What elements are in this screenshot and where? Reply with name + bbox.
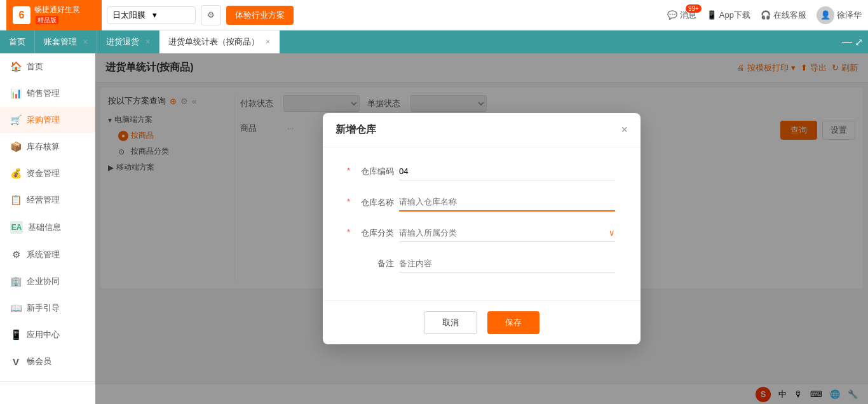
sidebar-label-system: 系统管理 — [27, 249, 60, 260]
settings-button[interactable]: ⚙ — [201, 5, 221, 25]
username: 徐泽华 — [837, 10, 862, 21]
app-label: App下载 — [719, 10, 750, 21]
sidebar-label-home: 首页 — [27, 61, 43, 72]
tab-home-label: 首页 — [9, 36, 25, 48]
tab-account-label: 账套管理 — [44, 36, 77, 48]
member-icon: V — [10, 356, 22, 367]
trial-button[interactable]: 体验行业方案 — [226, 6, 294, 25]
guide-icon: 📖 — [10, 302, 22, 314]
dialog-close-button[interactable]: × — [621, 123, 628, 137]
new-warehouse-dialog: 新增仓库 × 仓库编码 仓库名称 — [323, 113, 641, 344]
app-download-item[interactable]: 📱 App下载 — [707, 10, 750, 21]
sidebar-item-base[interactable]: EA 基础信息 — [0, 213, 95, 241]
home-icon: 🏠 — [10, 61, 22, 72]
dialog-footer: 取消 保存 — [323, 300, 641, 344]
note-input[interactable] — [399, 255, 615, 273]
purchase-icon: 🛒 — [10, 114, 22, 126]
message-badge: 99+ — [686, 4, 702, 13]
tab-purchase-stats-label: 进货单统计表（按商品） — [168, 36, 259, 48]
base-icon: EA — [10, 221, 23, 234]
code-input[interactable] — [399, 163, 615, 180]
sidebar-label-member: 畅会员 — [27, 356, 51, 367]
sidebar-item-system[interactable]: ⚙ 系统管理 — [0, 241, 95, 268]
category-select-row[interactable]: ∨ — [399, 224, 615, 242]
tab-account[interactable]: 账套管理 × — [35, 30, 97, 53]
content-area: 进货单统计(按商品) 🖨 按模板打印 ▾ ⬆ 导出 ↻ 刷新 — [95, 53, 868, 404]
avatar: 👤 — [817, 6, 834, 24]
category-chevron-icon: ∨ — [609, 228, 615, 238]
sidebar-item-inventory[interactable]: 📦 库存核算 — [0, 133, 95, 160]
sidebar-label-operations: 经营管理 — [27, 194, 60, 206]
message-item[interactable]: 💬 消息 99+ — [667, 10, 696, 21]
tab-account-close[interactable]: × — [83, 37, 88, 46]
service-label: 在线客服 — [773, 10, 806, 21]
name-label: 仓库名称 — [348, 197, 399, 208]
form-row-name: 仓库名称 — [348, 193, 615, 212]
dialog-header: 新增仓库 × — [323, 113, 641, 147]
tab-purchase-return-label: 进货退货 — [106, 36, 139, 48]
phone-icon: 📱 — [707, 10, 717, 20]
enterprise-icon: 🏢 — [10, 276, 22, 287]
operations-icon: 📋 — [10, 194, 22, 206]
sidebar: 🏠 首页 📊 销售管理 🛒 采购管理 📦 库存核算 💰 资金管理 📋 经营管理 … — [0, 53, 95, 404]
sidebar-item-guide[interactable]: 📖 新手引导 — [0, 295, 95, 321]
tab-bar: 首页 账套管理 × 进货退货 × 进货单统计表（按商品） × — ⤢ — [0, 30, 868, 53]
form-row-note: 备注 — [348, 255, 615, 273]
tab-home[interactable]: 首页 — [0, 30, 35, 53]
tab-purchase-return-close[interactable]: × — [146, 37, 150, 46]
logo-area: 6 畅捷通好生意 精品版 — [6, 0, 102, 30]
sidebar-label-base: 基础信息 — [28, 222, 61, 233]
store-name: 日太阳膜 — [112, 10, 150, 21]
user-item[interactable]: 👤 徐泽华 — [817, 6, 862, 24]
sidebar-label-purchase: 采购管理 — [27, 114, 60, 126]
cancel-button[interactable]: 取消 — [424, 311, 477, 334]
tab-purchase-stats-close[interactable]: × — [266, 37, 270, 46]
online-service-item[interactable]: 🎧 在线客服 — [761, 10, 806, 21]
sidebar-item-app[interactable]: 📱 应用中心 — [0, 321, 95, 348]
chevron-down-icon: ▾ — [153, 10, 190, 20]
save-button[interactable]: 保存 — [487, 311, 539, 334]
sidebar-item-sales[interactable]: 📊 销售管理 — [0, 80, 95, 107]
sidebar-label-finance: 资金管理 — [27, 168, 60, 179]
name-input[interactable] — [399, 193, 615, 212]
dialog-body: 仓库编码 仓库名称 仓库分类 — [323, 147, 641, 300]
logo-text: 畅捷通好生意 精品版 — [34, 5, 80, 25]
tab-controls: — ⤢ — [837, 36, 868, 48]
sidebar-item-finance[interactable]: 💰 资金管理 — [0, 160, 95, 187]
top-right: 💬 消息 99+ 📱 App下载 🎧 在线客服 👤 徐泽华 — [667, 6, 862, 24]
message-icon: 💬 — [667, 10, 677, 20]
top-bar: 6 畅捷通好生意 精品版 日太阳膜 ▾ ⚙ 体验行业方案 💬 消息 99+ 📱 … — [0, 0, 868, 30]
form-row-code: 仓库编码 — [348, 163, 615, 180]
headset-icon: 🎧 — [761, 10, 771, 20]
tab-expand-icon[interactable]: ⤢ — [855, 36, 863, 48]
form-row-category: 仓库分类 ∨ — [348, 224, 615, 242]
logo-badge: 精品版 — [36, 16, 58, 24]
sales-icon: 📊 — [10, 88, 22, 99]
store-selector[interactable]: 日太阳膜 ▾ — [107, 6, 196, 24]
sidebar-label-guide: 新手引导 — [27, 302, 60, 314]
main-layout: 🏠 首页 📊 销售管理 🛒 采购管理 📦 库存核算 💰 资金管理 📋 经营管理 … — [0, 53, 868, 404]
system-icon: ⚙ — [10, 249, 22, 260]
sidebar-label-enterprise: 企业协同 — [27, 276, 60, 287]
sidebar-item-operations[interactable]: 📋 经营管理 — [0, 187, 95, 213]
sidebar-item-home[interactable]: 🏠 首页 — [0, 53, 95, 80]
sidebar-label-sales: 销售管理 — [27, 88, 60, 99]
category-label: 仓库分类 — [348, 227, 399, 239]
category-input[interactable] — [399, 228, 609, 238]
finance-icon: 💰 — [10, 168, 22, 179]
sidebar-label-inventory: 库存核算 — [27, 141, 60, 152]
dialog-overlay: 新增仓库 × 仓库编码 仓库名称 — [95, 53, 868, 404]
sidebar-label-app: 应用中心 — [27, 329, 60, 340]
tab-purchase-return[interactable]: 进货退货 × — [97, 30, 159, 53]
inventory-icon: 📦 — [10, 141, 22, 152]
sidebar-item-purchase[interactable]: 🛒 采购管理 — [0, 107, 95, 133]
logo-icon: 6 — [13, 6, 31, 24]
sidebar-item-member[interactable]: V 畅会员 — [0, 348, 95, 375]
note-label: 备注 — [348, 258, 399, 269]
tab-minimize-icon[interactable]: — — [842, 36, 852, 48]
sidebar-item-enterprise[interactable]: 🏢 企业协同 — [0, 268, 95, 295]
code-label: 仓库编码 — [348, 166, 399, 177]
app-icon: 📱 — [10, 329, 22, 340]
tab-purchase-stats[interactable]: 进货单统计表（按商品） × — [159, 30, 280, 53]
dialog-title: 新增仓库 — [336, 123, 376, 137]
